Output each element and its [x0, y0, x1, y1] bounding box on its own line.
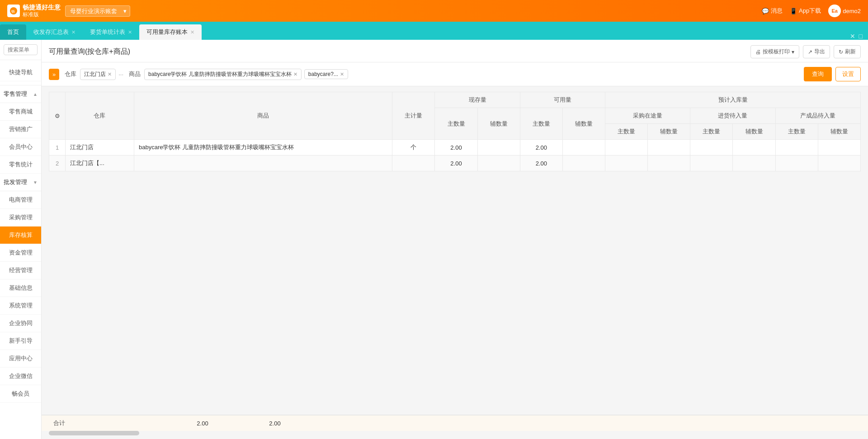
- page-title: 可用量查询(按仓库+商品): [49, 47, 130, 57]
- row-purchase-main-1: [605, 140, 648, 156]
- row-purchase-main-2: [605, 156, 648, 171]
- close-window-btn[interactable]: ✕: [850, 33, 855, 40]
- search-input[interactable]: [4, 44, 38, 55]
- sidebar-quick-nav: 快捷导航: [0, 60, 41, 85]
- warehouse-tags: 江北门店 ✕ ···: [80, 69, 123, 80]
- close-icon[interactable]: ✕: [128, 29, 132, 35]
- col-incoming-header: 进货待入量: [690, 108, 775, 124]
- refresh-btn[interactable]: ↻ 刷新: [834, 45, 861, 58]
- printer-icon: 🖨: [755, 49, 761, 55]
- row-purchase-aux-2: [648, 156, 690, 171]
- sidebar-section-wholesale[interactable]: 批发管理 ▼: [0, 174, 41, 191]
- logo-icon: 畅: [7, 5, 20, 17]
- row-production-main-1: [775, 140, 818, 156]
- tab-order-stats[interactable]: 要货单统计表 ✕: [83, 24, 139, 40]
- sidebar-item-system[interactable]: 系统管理: [0, 297, 41, 315]
- row-unit-1: 个: [392, 140, 435, 156]
- close-icon[interactable]: ✕: [190, 29, 194, 35]
- sidebar-item-ecommerce[interactable]: 电商管理: [0, 191, 41, 209]
- sidebar-item-inventory[interactable]: 库存核算: [0, 227, 41, 244]
- export-btn[interactable]: ↗ 导出: [803, 45, 830, 58]
- row-product-1: babycare学饮杯 儿童防摔防撞吸管杯重力球吸嘴杯宝宝水杯: [134, 140, 392, 156]
- tab-home[interactable]: 首页: [0, 24, 26, 40]
- data-table: ⚙ 仓库 商品 主计量 现存量 可用量 预计入库量 主数量 辅数量 主数量 辅数…: [49, 92, 861, 171]
- sidebar: 快捷导航 零售管理 ▲ 零售商城 营销推广 会员中心 零售统计 批发管理 ▼ 电…: [0, 40, 42, 439]
- maximize-window-btn[interactable]: □: [859, 33, 863, 40]
- filter-bar: » 仓库 江北门店 ✕ ··· 商品 babycare学饮杯 儿童防摔防撞吸管杯…: [42, 62, 868, 86]
- sidebar-item-purchase[interactable]: 采购管理: [0, 209, 41, 227]
- row-avail-main-2: 2.00: [520, 156, 562, 171]
- row-incoming-main-2: [690, 156, 733, 171]
- export-icon: ↗: [808, 49, 812, 55]
- sidebar-item-finance[interactable]: 资金管理: [0, 244, 41, 262]
- main-layout: 快捷导航 零售管理 ▲ 零售商城 营销推广 会员中心 零售统计 批发管理 ▼ 电…: [0, 40, 868, 439]
- row-stock-aux-2: [477, 156, 520, 171]
- sidebar-item-marketing[interactable]: 营销推广: [0, 121, 41, 138]
- app-download-btn[interactable]: 📱 App下载: [790, 7, 821, 15]
- remove-product-tag2-icon[interactable]: ✕: [340, 71, 344, 77]
- filter-warehouse-group: 仓库 江北门店 ✕ ···: [65, 69, 123, 80]
- sidebar-item-new-guide[interactable]: 新手引导: [0, 332, 41, 350]
- close-icon[interactable]: ✕: [71, 29, 75, 35]
- page-actions: 🖨 按模板打印 ▾ ↗ 导出 ↻ 刷新: [750, 45, 861, 58]
- row-production-aux-2: [818, 156, 860, 171]
- col-stock-main-header: 主数量: [435, 108, 477, 140]
- col-incoming-aux-header: 辅数量: [733, 124, 775, 140]
- row-unit-2: [392, 156, 435, 171]
- sidebar-item-vip[interactable]: 畅会员: [0, 385, 41, 403]
- row-incoming-aux-2: [733, 156, 775, 171]
- sidebar-item-app-center[interactable]: 应用中心: [0, 350, 41, 368]
- row-warehouse-2: 江北门店【...: [66, 156, 134, 171]
- footer-avail-main: 2.00: [257, 420, 293, 427]
- sidebar-item-enterprise[interactable]: 企业协同: [0, 315, 41, 332]
- remove-tag-icon[interactable]: ✕: [108, 71, 112, 77]
- sidebar-search: [0, 40, 41, 60]
- user-avatar-btn[interactable]: Ea demo2: [828, 5, 861, 17]
- col-stock-header: 现存量: [435, 92, 520, 108]
- row-product-2: [134, 156, 392, 171]
- sidebar-item-basic-info[interactable]: 基础信息: [0, 279, 41, 297]
- download-icon: 📱: [790, 8, 797, 14]
- row-purchase-aux-1: [648, 140, 690, 156]
- message-btn[interactable]: 💬 消息: [762, 7, 783, 15]
- row-incoming-aux-1: [733, 140, 775, 156]
- query-btn[interactable]: 查询: [804, 67, 832, 81]
- col-main-unit-header: 主计量: [392, 92, 435, 140]
- table-header-row-1: ⚙ 仓库 商品 主计量 现存量 可用量 预计入库量: [49, 92, 861, 108]
- industry-selector-wrap[interactable]: 母婴行业演示账套: [65, 5, 130, 17]
- col-stock-aux-header: 辅数量: [477, 108, 520, 140]
- industry-selector[interactable]: 母婴行业演示账套: [65, 5, 130, 17]
- filter-product-group: 商品 babycare学饮杯 儿童防摔防撞吸管杯重力球吸嘴杯宝宝水杯 ✕ bab…: [129, 69, 348, 80]
- product-tag-2[interactable]: babycare?... ✕: [304, 69, 348, 79]
- nav-tabs: 首页 收发存汇总表 ✕ 要货单统计表 ✕ 可用量库存账本 ✕ ✕ □: [0, 22, 868, 40]
- row-stock-main-2: 2.00: [435, 156, 477, 171]
- table-container: ⚙ 仓库 商品 主计量 现存量 可用量 预计入库量 主数量 辅数量 主数量 辅数…: [42, 86, 868, 415]
- sidebar-item-operations[interactable]: 经营管理: [0, 262, 41, 279]
- product-tag-1[interactable]: babycare学饮杯 儿童防摔防撞吸管杯重力球吸嘴杯宝宝水杯 ✕: [144, 69, 302, 80]
- warehouse-tag[interactable]: 江北门店 ✕: [80, 69, 116, 80]
- warehouse-label: 仓库: [65, 70, 76, 78]
- sidebar-item-quick[interactable]: 快捷导航: [0, 64, 41, 81]
- top-bar-right: 💬 消息 📱 App下载 Ea demo2: [762, 5, 861, 17]
- product-tags: babycare学饮杯 儿童防摔防撞吸管杯重力球吸嘴杯宝宝水杯 ✕ babyca…: [144, 69, 348, 80]
- tab-receive-send[interactable]: 收发存汇总表 ✕: [26, 24, 83, 40]
- filter-more-icon[interactable]: ···: [118, 71, 123, 78]
- col-warehouse-header: 仓库: [66, 92, 134, 140]
- sidebar-item-retail-stats[interactable]: 零售统计: [0, 156, 41, 174]
- col-production-aux-header: 辅数量: [818, 124, 860, 140]
- scroll-thumb[interactable]: [49, 431, 139, 435]
- sidebar-item-retail-shop[interactable]: 零售商城: [0, 103, 41, 121]
- sidebar-item-member[interactable]: 会员中心: [0, 138, 41, 156]
- tab-available-stock[interactable]: 可用量库存账本 ✕: [139, 24, 202, 40]
- scroll-track[interactable]: [49, 431, 861, 435]
- row-stock-aux-1: [477, 140, 520, 156]
- remove-product-tag-icon[interactable]: ✕: [293, 71, 297, 77]
- sidebar-section-retail[interactable]: 零售管理 ▲: [0, 85, 41, 103]
- row-avail-aux-1: [562, 140, 605, 156]
- filter-actions: 查询 设置: [804, 67, 861, 81]
- settings-btn[interactable]: 设置: [835, 67, 861, 81]
- col-settings-header[interactable]: ⚙: [49, 92, 66, 140]
- filter-expand-btn[interactable]: »: [49, 69, 59, 80]
- sidebar-item-enterprise-wechat[interactable]: 企业微信: [0, 368, 41, 385]
- print-template-btn[interactable]: 🖨 按模板打印 ▾: [750, 45, 799, 58]
